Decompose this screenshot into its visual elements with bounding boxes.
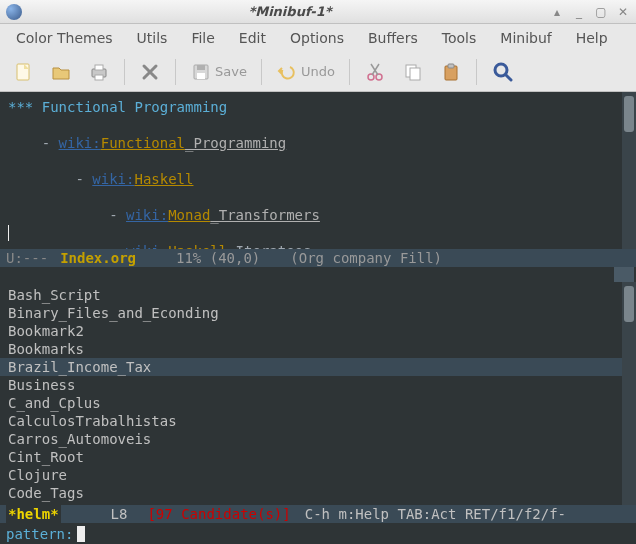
helm-candidate[interactable]: Bookmarks	[8, 340, 636, 358]
helm-candidate[interactable]: Clojure	[8, 466, 636, 484]
helm-candidate[interactable]: Binary_Files_and_Econding	[8, 304, 636, 322]
search-button[interactable]	[487, 57, 517, 87]
helm-candidate[interactable]: C_and_Cplus	[8, 394, 636, 412]
minibuffer-prompt: pattern:	[6, 526, 73, 542]
undo-label: Undo	[301, 64, 335, 79]
svg-rect-5	[197, 65, 205, 70]
menu-tools[interactable]: Tools	[432, 27, 487, 49]
helm-candidate-count: [97 Candidate(s)]	[147, 505, 290, 523]
save-icon	[190, 61, 212, 83]
scrollbar-upper[interactable]	[622, 92, 636, 249]
menu-edit[interactable]: Edit	[229, 27, 276, 49]
modeline-status: U:---	[6, 249, 48, 267]
menu-help[interactable]: Help	[566, 27, 618, 49]
menu-color-themes[interactable]: Color Themes	[6, 27, 123, 49]
save-label: Save	[215, 64, 247, 79]
svg-rect-10	[410, 68, 420, 80]
svg-rect-6	[197, 73, 205, 79]
editor-pane[interactable]: *** Functional Programming - wiki:Functi…	[0, 92, 636, 249]
new-file-button[interactable]	[8, 57, 38, 87]
toolbar-separator	[349, 59, 350, 85]
menu-buffers[interactable]: Buffers	[358, 27, 428, 49]
menu-minibuf[interactable]: Minibuf	[490, 27, 561, 49]
helm-buffer[interactable]: Bash_Script Binary_Files_and_Econding Bo…	[0, 282, 636, 505]
save-button[interactable]: Save	[186, 57, 251, 87]
helm-candidate[interactable]: Business	[8, 376, 636, 394]
toolbar-separator	[124, 59, 125, 85]
helm-candidate[interactable]: CalculosTrabalhistas	[8, 412, 636, 430]
menu-file[interactable]: File	[181, 27, 224, 49]
cut-button[interactable]	[360, 57, 390, 87]
scrollbar-thumb[interactable]	[624, 96, 634, 132]
helm-candidate[interactable]: Code_Tags	[8, 484, 636, 502]
helm-help-text: C-h m:Help TAB:Act RET/f1/f2/f-	[305, 505, 566, 523]
search-icon	[491, 61, 513, 83]
print-button[interactable]	[84, 57, 114, 87]
emacs-icon	[6, 4, 22, 20]
modeline-position: 11% (40,0)	[176, 249, 260, 267]
helm-candidate[interactable]: Cint_Root	[8, 448, 636, 466]
window-minimize-button[interactable]: _	[572, 5, 586, 19]
minibuffer[interactable]: pattern:	[0, 523, 636, 544]
window-title: *Minibuf-1*	[30, 4, 550, 19]
minibuffer-cursor	[77, 526, 85, 542]
helm-candidate[interactable]: Carros_Automoveis	[8, 430, 636, 448]
open-file-button[interactable]	[46, 57, 76, 87]
cut-icon	[364, 61, 386, 83]
menu-bar: Color Themes Utils File Edit Options Buf…	[0, 24, 636, 52]
print-icon	[88, 61, 110, 83]
undo-button[interactable]: Undo	[272, 57, 339, 87]
svg-rect-2	[95, 65, 103, 70]
close-button[interactable]	[135, 57, 165, 87]
helm-buffer-name: *helm*	[6, 505, 61, 523]
helm-candidate[interactable]: Bash_Script	[8, 286, 636, 304]
scrollbar-lower[interactable]	[622, 282, 636, 505]
window-shade-button[interactable]: ▴	[550, 5, 564, 19]
svg-rect-0	[17, 64, 29, 80]
new-file-icon	[12, 61, 34, 83]
copy-icon	[402, 61, 424, 83]
text-cursor	[8, 225, 9, 241]
modeline-modes: (Org company Fill)	[290, 249, 442, 267]
scrollbar-thumb[interactable]	[624, 286, 634, 322]
helm-candidate[interactable]: Bookmark2	[8, 322, 636, 340]
close-icon	[139, 61, 161, 83]
toolbar-separator	[175, 59, 176, 85]
toolbar: Save Undo	[0, 52, 636, 92]
paste-button[interactable]	[436, 57, 466, 87]
helm-mode-line[interactable]: *helm* L8 [97 Candidate(s)] C-h m:Help T…	[0, 505, 636, 523]
toolbar-separator	[261, 59, 262, 85]
helm-candidate-selected[interactable]: Brazil_Income_Tax	[0, 358, 636, 376]
svg-point-7	[368, 74, 374, 80]
svg-rect-12	[448, 64, 454, 68]
paste-icon	[440, 61, 462, 83]
svg-point-8	[376, 74, 382, 80]
menu-options[interactable]: Options	[280, 27, 354, 49]
window-separator[interactable]	[0, 267, 636, 282]
open-file-icon	[50, 61, 72, 83]
modeline-filename: Index.org	[60, 249, 136, 267]
menu-utils[interactable]: Utils	[127, 27, 178, 49]
mode-line-upper[interactable]: U:--- Index.org 11% (40,0) (Org company …	[0, 249, 636, 267]
toolbar-separator	[476, 59, 477, 85]
helm-line: L8	[111, 505, 128, 523]
window-close-button[interactable]: ✕	[616, 5, 630, 19]
svg-rect-3	[95, 75, 103, 80]
copy-button[interactable]	[398, 57, 428, 87]
window-maximize-button[interactable]: ▢	[594, 5, 608, 19]
undo-icon	[276, 61, 298, 83]
